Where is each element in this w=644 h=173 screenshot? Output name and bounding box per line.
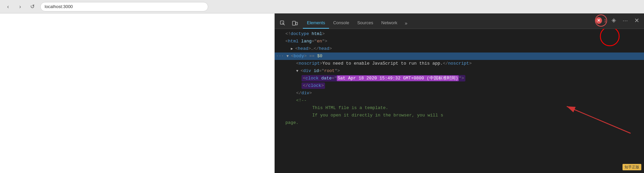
dom-doctype[interactable]: <!doctype html>: [275, 30, 644, 38]
inspect-element-button[interactable]: [277, 18, 288, 29]
error-icon: ✕: [596, 17, 602, 24]
browser-controls: ‹ › ↺: [3, 2, 37, 11]
dom-div-root[interactable]: ▼ <div id="root">: [275, 67, 644, 75]
devtools-toolbar-right: ✕ 1 ⋯ ✕: [595, 14, 641, 29]
forward-button[interactable]: ›: [15, 2, 25, 11]
devtools-panel: Elements Console Sources Network » ✕ 1: [275, 13, 644, 173]
dom-comment-line-2[interactable]: If you open it directly in the browser, …: [275, 112, 644, 119]
browser-bar: ‹ › ↺ localhost:3000: [0, 0, 644, 13]
dom-comment-open[interactable]: <!--: [275, 97, 644, 104]
tab-console[interactable]: Console: [329, 18, 353, 29]
main-area: Elements Console Sources Network » ✕ 1: [0, 13, 644, 173]
svg-line-1: [282, 23, 285, 25]
devtools-tabs: Elements Console Sources Network »: [303, 18, 411, 29]
devtools-dom-tree: <!doctype html> <html lang="en"> ▶ <head…: [275, 29, 644, 128]
dom-div-close[interactable]: </div>: [275, 90, 644, 97]
dom-clock-open[interactable]: <clock date="Sat Apr 18 2020 15:49:32 GM…: [275, 75, 644, 82]
dom-head[interactable]: ▶ <head>…</head>: [275, 45, 644, 53]
dom-body[interactable]: ··· ▼ <body> == $0: [275, 53, 644, 60]
address-bar[interactable]: localhost:3000: [40, 2, 208, 11]
page-content: [0, 13, 275, 173]
devtools-toolbar: Elements Console Sources Network » ✕ 1: [275, 13, 644, 29]
settings-button[interactable]: [609, 16, 618, 25]
address-text: localhost:3000: [45, 4, 73, 9]
dom-html[interactable]: <html lang="en">: [275, 38, 644, 45]
tab-network[interactable]: Network: [377, 18, 402, 29]
watermark: 知乎正版: [623, 164, 641, 170]
error-count: 1: [604, 18, 606, 23]
dom-page-end[interactable]: page.: [275, 119, 644, 127]
dom-comment-line-1[interactable]: This HTML file is a template.: [275, 104, 644, 112]
more-tabs-button[interactable]: »: [401, 18, 411, 29]
tab-sources[interactable]: Sources: [353, 18, 377, 29]
close-devtools-button[interactable]: ✕: [632, 16, 641, 25]
svg-rect-2: [292, 21, 295, 25]
error-badge[interactable]: ✕ 1: [595, 14, 607, 27]
back-button[interactable]: ‹: [3, 2, 13, 11]
device-toggle-button[interactable]: [289, 18, 300, 29]
more-options-button[interactable]: ⋯: [620, 16, 630, 25]
dom-noscript[interactable]: <noscript>You need to enable JavaScript …: [275, 60, 644, 67]
svg-rect-3: [296, 22, 297, 25]
dom-clock-close[interactable]: </clock>: [275, 82, 644, 90]
tab-elements[interactable]: Elements: [303, 18, 329, 29]
reload-button[interactable]: ↺: [28, 2, 37, 11]
devtools-content-wrapper: <!doctype html> <html lang="en"> ▶ <head…: [275, 29, 644, 173]
